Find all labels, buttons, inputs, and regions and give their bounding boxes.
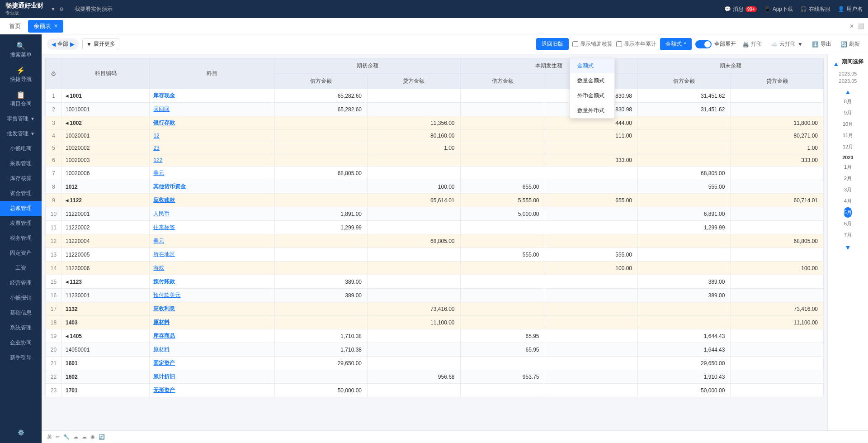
sidebar-item-basic[interactable]: 基础信息: [0, 305, 42, 320]
settings-icon[interactable]: ⚙: [51, 70, 57, 77]
month-item-2022[interactable]: 10月: [843, 119, 853, 129]
subject-name[interactable]: 累计折旧: [153, 373, 175, 380]
refresh-btn[interactable]: 🔄 刷新: [838, 38, 863, 50]
sidebar-item-invoice[interactable]: 发票管理: [0, 216, 42, 231]
user-avatar[interactable]: 👤 用户名: [838, 5, 863, 13]
row-name[interactable]: 122: [150, 154, 274, 167]
sidebar-item-search[interactable]: 🔍 搜索菜单: [0, 38, 42, 62]
sidebar-item-purchase[interactable]: 采购管理: [0, 156, 42, 171]
export-btn[interactable]: ⬇️ 导出: [809, 38, 834, 50]
bottom-btn-circle[interactable]: ◉: [90, 434, 95, 440]
message-btn[interactable]: 💬 消息 99+: [724, 5, 757, 13]
sidebar-item-assets[interactable]: 固定资产: [0, 246, 42, 261]
subject-name[interactable]: 原材料: [153, 319, 170, 325]
subject-name[interactable]: 预付账款: [153, 278, 175, 285]
row-name[interactable]: 美元: [150, 167, 274, 180]
subject-name[interactable]: 其他货币资金: [153, 183, 186, 190]
row-name[interactable]: 固定资产: [150, 357, 274, 370]
row-name[interactable]: 累计折旧: [150, 370, 274, 384]
sidebar-item-salary[interactable]: 工资: [0, 261, 42, 276]
month-item-2022[interactable]: 12月: [843, 142, 853, 152]
settings-icon-top[interactable]: ⚙: [59, 6, 64, 12]
subject-name-link[interactable]: 游戏: [153, 265, 164, 271]
subject-name-link[interactable]: 所在地区: [153, 251, 175, 257]
bottom-btn-refresh[interactable]: 🔄: [99, 434, 105, 440]
sidebar-item-inventory[interactable]: 库存核算: [0, 171, 42, 186]
bottom-btn-cloud1[interactable]: ☁: [73, 434, 78, 440]
toggle-switch-btn[interactable]: [695, 40, 712, 48]
month-item-2022[interactable]: 9月: [843, 108, 853, 118]
row-name[interactable]: 美元: [150, 234, 274, 248]
row-name[interactable]: 原材料: [150, 343, 274, 357]
table-wrapper[interactable]: ⚙ 科目编码 科目 期初余额 本期发生额 期末余额 借方金额 贷方金额 借方金额: [42, 54, 827, 430]
row-name[interactable]: 应收账款: [150, 194, 274, 207]
subject-name-link[interactable]: 人民币: [153, 210, 170, 217]
tab-home[interactable]: 首页: [4, 20, 26, 33]
mode-btn[interactable]: 金额式 ^: [660, 38, 692, 50]
sidebar-item-finance[interactable]: 资金管理: [0, 186, 42, 201]
sidebar-item-system[interactable]: 系统管理: [0, 320, 42, 335]
row-name[interactable]: 库存商品: [150, 329, 274, 343]
online-service-btn[interactable]: 🎧 在线客服: [800, 5, 830, 13]
row-name[interactable]: 应收利息: [150, 302, 274, 316]
subject-name-link[interactable]: 往来标签: [153, 224, 175, 230]
sidebar-item-retail[interactable]: 零售管理 ▼: [0, 111, 42, 126]
sidebar-item-accounting[interactable]: 总账管理: [0, 201, 42, 216]
row-name[interactable]: 预付账款: [150, 275, 274, 289]
row-name[interactable]: 无形资产: [150, 384, 274, 397]
subject-name[interactable]: 固定资产: [153, 360, 175, 366]
instance-dropdown[interactable]: ▼: [51, 6, 56, 12]
row-name[interactable]: 库存现金: [150, 89, 274, 103]
sidebar-item-cooperation[interactable]: 企业协同: [0, 335, 42, 350]
panel-up-btn[interactable]: ▲: [832, 59, 840, 68]
subject-name[interactable]: 库存商品: [153, 333, 175, 339]
return-old-btn[interactable]: 退回旧版: [536, 38, 569, 50]
dropdown-item-qty-foreign[interactable]: 数量外币式: [570, 103, 614, 118]
row-name[interactable]: 所在地区: [150, 248, 274, 262]
panel-collapse-btn[interactable]: ▲: [844, 87, 852, 96]
subject-name-link[interactable]: 23: [153, 145, 159, 151]
row-name[interactable]: 预付款美元: [150, 289, 274, 302]
subject-name[interactable]: 应收账款: [153, 197, 175, 203]
row-name[interactable]: 12: [150, 130, 274, 142]
subject-name-link[interactable]: 原材料: [153, 346, 170, 352]
row-name[interactable]: 人民币: [150, 207, 274, 221]
annual-checkbox[interactable]: [616, 41, 622, 47]
subject-name-link[interactable]: 122: [153, 157, 162, 163]
row-name[interactable]: 回回回: [150, 103, 274, 116]
app-download-btn[interactable]: 📱 App下载: [764, 5, 793, 13]
month-item-2023[interactable]: 3月: [844, 185, 852, 195]
month-item-2023[interactable]: 1月: [844, 162, 852, 172]
row-name[interactable]: 游戏: [150, 262, 274, 275]
subject-name-link[interactable]: 回回回: [153, 106, 170, 112]
sidebar-item-sales[interactable]: 小畅报销: [0, 291, 42, 305]
row-name[interactable]: 23: [150, 142, 274, 154]
demo-link[interactable]: 我要看实例演示: [75, 5, 113, 13]
sidebar-item-guide[interactable]: 新手引导: [0, 350, 42, 365]
sidebar-item-wholesale[interactable]: 批发管理 ▼: [0, 126, 42, 141]
month-item-2023[interactable]: 5月: [844, 207, 852, 218]
auxiliary-checkbox[interactable]: [572, 41, 578, 47]
subject-name[interactable]: 库存现金: [153, 92, 175, 99]
tab-maximize-icon[interactable]: ⬜: [858, 23, 864, 29]
subject-name[interactable]: 应收利息: [153, 305, 175, 312]
bottom-btn-lang[interactable]: 英: [47, 433, 52, 440]
sidebar-item-tax[interactable]: 税务管理: [0, 231, 42, 246]
dropdown-item-foreign-amount[interactable]: 外币金额式: [570, 88, 614, 103]
month-item-2023[interactable]: 7月: [844, 230, 852, 240]
tab-balance[interactable]: 余额表 ✕: [28, 20, 63, 33]
expand-more-btn[interactable]: ▼ 展开更多: [82, 38, 119, 50]
month-item-2022[interactable]: 8月: [843, 96, 853, 107]
print-btn[interactable]: 🖨️ 打印: [740, 38, 764, 50]
sidebar-item-ecommerce[interactable]: 小畅电商: [0, 141, 42, 156]
dropdown-item-qty-amount[interactable]: 数量金额式: [570, 73, 614, 88]
subject-name-link[interactable]: 预付款美元: [153, 292, 180, 298]
month-item-2023[interactable]: 2月: [844, 173, 852, 184]
row-name[interactable]: 原材料: [150, 316, 274, 329]
month-item-2023[interactable]: 4月: [844, 196, 852, 206]
month-item-2023[interactable]: 6月: [844, 219, 852, 229]
bottom-btn-edit[interactable]: ✏: [56, 434, 60, 440]
subject-name[interactable]: 银行存款: [153, 119, 175, 126]
sidebar-item-quick-nav[interactable]: ⚡ 快捷导航: [0, 62, 42, 87]
subject-name-link[interactable]: 美元: [153, 238, 164, 244]
